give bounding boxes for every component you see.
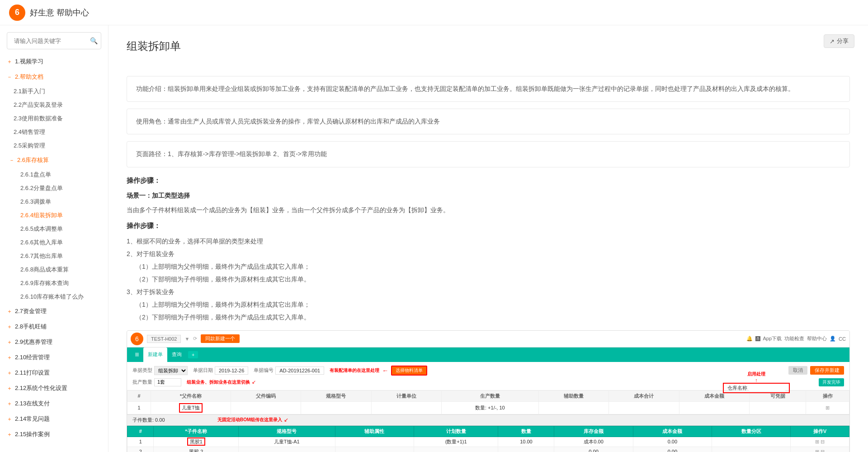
doc-no-value[interactable]: AD-20191226-001 (275, 366, 324, 375)
confirm-btn[interactable]: 开发完毕 (819, 378, 844, 386)
sidebar-item-print[interactable]: ＋ 2.11打印设置 (0, 365, 108, 381)
sidebar-item-adjust[interactable]: 2.6.3调拨单 (0, 195, 108, 209)
sidebar-item-costsingle[interactable]: 2.6.5成本调整单 (0, 222, 108, 236)
col-cost-amount2: 成本金额 (633, 426, 712, 437)
sidebar-item-partstockcount[interactable]: 2.6.2分量盘点单 (0, 181, 108, 195)
nav-toggle[interactable]: ≡ (131, 351, 143, 359)
sidebar-item-faq[interactable]: ＋ 2.14常见问题 (0, 411, 108, 427)
search-input-annotated[interactable]: 仓库名称 (723, 383, 790, 393)
sidebar-sub-label: 2.5采购管理 (14, 142, 45, 149)
sidebar-item-otheroutstock[interactable]: 2.6.7其他出库单 (0, 249, 108, 263)
cell-parent-code (231, 401, 301, 414)
annotation1-area: 有装配清单的在这里处理 ← 选择物料清单 (330, 366, 427, 376)
sidebar-item-coupon[interactable]: ＋ 2.9优惠券管理 (0, 334, 108, 350)
app-nav: ≡ 新建单 查询 + (127, 347, 849, 362)
annotation4-label: 无固定活动BOM组传在这里录入 (217, 417, 282, 423)
sidebar-item-stockerror[interactable]: 2.6.10库存账本错了么办 (0, 290, 108, 304)
version-dropdown[interactable]: ▼ (184, 336, 189, 342)
warehouse-input[interactable] (749, 385, 785, 391)
count-input[interactable] (154, 378, 181, 386)
sidebar-item-otherinstock[interactable]: 2.6.6其他入库单 (0, 236, 108, 249)
row-op-icon[interactable]: ⊞ ⊟ (815, 439, 825, 444)
cell-plan-qty: (数量+1)1 (414, 437, 498, 447)
nav-tab-create[interactable]: 新建单 (143, 347, 167, 362)
cell-idx: 2 (127, 447, 154, 452)
expand-icon: ＋ (7, 369, 12, 377)
sidebar-item-assembly[interactable]: 2.6.4组装拆卸单 (0, 209, 108, 222)
arrow2: ↙ (252, 379, 256, 385)
parent-name-input-box[interactable]: 儿童T恤 (179, 403, 203, 413)
step-1: 1、根据不同的业务，选择不同单据的类型来处理 (127, 235, 850, 247)
sync-icon: ⟳ (193, 336, 197, 342)
sidebar-item-newbie[interactable]: 2.1新手入门 (0, 85, 108, 98)
sidebar-item-onlinepay[interactable]: ＋ 2.13在线支付 (0, 396, 108, 411)
expand-icon: ＋ (7, 431, 12, 438)
cell-cost-amt: 0.00 (633, 437, 712, 447)
arrow4: ↙ (284, 417, 288, 423)
nav-tab-query[interactable]: 查询 (167, 347, 186, 362)
count-label: 批产数量 (132, 379, 152, 385)
table-row: 1 儿童T恤 数量: +1/-, 10 (127, 401, 849, 414)
sidebar-sub-label: 2.6库存核算 (17, 156, 49, 164)
sidebar-item-money[interactable]: ＋ 2.7资金管理 (0, 304, 108, 319)
sidebar: 🔍 ＋ 1.视频学习 － 2.帮助文档 2.1新手入门 2.2产品安装及登录 2… (0, 25, 108, 452)
step-3-2: （2）下部明细为子件明细，最终作为产成品生成其它入库单。 (127, 311, 850, 324)
search-icon[interactable]: 🔍 (90, 37, 98, 44)
sidebar-item-predata[interactable]: 2.3使用前数据准备 (0, 112, 108, 125)
col-aux-attr: 辅助属性 (335, 426, 414, 437)
cell-parent-name: 儿童T恤 (151, 401, 231, 414)
titlebar-text2: 功能检查 (784, 335, 804, 342)
doc-type-select[interactable]: 组装拆卸 (154, 366, 188, 375)
sidebar-item-sysconfig[interactable]: ＋ 2.12系统个性化设置 (0, 381, 108, 396)
sidebar-item-cases[interactable]: ＋ 2.15操作案例 (0, 427, 108, 442)
row-op-icon[interactable]: ⊞ ⊟ (815, 449, 825, 452)
sidebar-item-install[interactable]: 2.2产品安装及登录 (0, 98, 108, 112)
expand-icon: ＋ (7, 354, 12, 362)
step-2-2: （2）下部明细为子件明细，最终作为原材料生成其它出库单。 (127, 273, 850, 285)
cell-prod-qty: 数量: +1/-, 10 (442, 401, 539, 414)
col-actions: 操作 (806, 390, 849, 401)
expand-icon: ＋ (7, 323, 12, 331)
search-input[interactable] (14, 38, 90, 44)
sidebar-item-stocktake[interactable]: 2.6.1盘点单 (0, 168, 108, 181)
date-value[interactable]: 2019-12-26 (215, 366, 248, 375)
cell-voucher (750, 401, 806, 414)
cancel-btn[interactable]: 取消 (788, 366, 807, 375)
sidebar-item-video[interactable]: ＋ 1.视频学习 (0, 54, 108, 69)
expand-icon: ＋ (7, 58, 12, 66)
sidebar-item-mobile[interactable]: ＋ 2.8手机旺铺 (0, 319, 108, 334)
expand-icon: ＋ (7, 415, 12, 423)
nav-add-btn[interactable]: + (188, 351, 198, 358)
cell-aux-attr (335, 437, 414, 447)
template-select-btn[interactable]: 选择物料清单 (391, 366, 427, 376)
share-icon: ↗ (830, 38, 835, 45)
annotation3-label: 启用处理 (747, 371, 765, 377)
col-spec: 规格型号 (301, 390, 371, 401)
cell-index: 1 (127, 401, 151, 414)
app-screenshot: 6 TEST-H002 ▼ ⟳ 同款新建一个 🔔 🅰 App下载 功能检查 帮助… (127, 331, 849, 452)
sidebar-item-operation[interactable]: ＋ 2.10经营管理 (0, 350, 108, 365)
steps-list: 1、根据不同的业务，选择不同单据的类型来处理 2、对于组装业务 （1）上部明细为… (127, 235, 850, 324)
sidebar-item-sales[interactable]: 2.4销售管理 (0, 125, 108, 139)
hamburger-icon: ≡ (135, 351, 139, 359)
col-unit: 计量单位 (371, 390, 441, 401)
create-order-btn[interactable]: 同款新建一个 (201, 334, 240, 343)
bottom-table-body: 1 黑胶1 儿童T恤-A1 (数量+1)1 10.00 成本0.00 0.00 … (127, 437, 849, 452)
top-table: # *父件名称 父件编码 规格型号 计量单位 生产数量 辅助数量 成本合计 成本… (127, 390, 849, 414)
share-button[interactable]: ↗ 分享 (824, 34, 854, 48)
sidebar-item-purchase[interactable]: 2.5采购管理 (0, 139, 108, 152)
page-title: 组装拆卸单 (127, 39, 181, 53)
search-box[interactable]: 🔍 (7, 32, 101, 49)
row-action-icon[interactable]: ⊞ (826, 405, 830, 410)
child-name-box[interactable]: 黑胶1 (187, 438, 205, 446)
action-buttons: 取消 保存并新建 (788, 366, 844, 375)
save-btn[interactable]: 保存并新建 (810, 366, 844, 375)
sidebar-item-docs[interactable]: － 2.帮助文档 (0, 69, 108, 85)
sidebar-item-goodscost[interactable]: 2.6.8商品成本重算 (0, 263, 108, 276)
bottom-table: # *子件名称 规格型号 辅助属性 计划数量 数量 库存金额 成本金额 数量分区… (127, 426, 849, 452)
sidebar-item-inventory[interactable]: － 2.6库存核算 (0, 152, 108, 168)
col-qty-zone: 数量分区 (712, 426, 791, 437)
col-parent-name: *父件名称 (151, 390, 231, 401)
sidebar-item-stockcheck[interactable]: 2.6.9库存账本查询 (0, 276, 108, 290)
col-cost-total: 成本合计 (609, 390, 679, 401)
